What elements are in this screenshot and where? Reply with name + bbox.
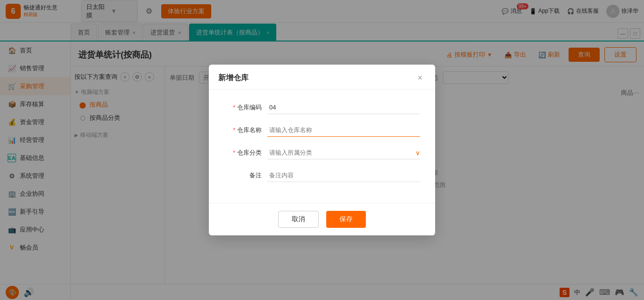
save-button[interactable]: 保存 [326,211,366,228]
cancel-button[interactable]: 取消 [278,211,319,228]
warehouse-category-label: 仓库分类 [224,149,262,157]
warehouse-category-arrow[interactable]: ∨ [415,149,420,157]
remark-input[interactable] [267,169,420,182]
modal-title: 新增仓库 [218,73,248,83]
warehouse-modal: 新增仓库 × 仓库编码 仓库名称 仓库分类 ∨ [209,65,435,235]
modal-body: 仓库编码 仓库名称 仓库分类 ∨ 备注 [209,90,435,203]
modal-overlay: 新增仓库 × 仓库编码 仓库名称 仓库分类 ∨ [0,0,644,300]
warehouse-category-wrapper: ∨ [267,146,420,159]
modal-footer: 取消 保存 [209,203,435,235]
remark-row: 备注 [224,169,420,182]
warehouse-name-row: 仓库名称 [224,124,420,137]
remark-label: 备注 [224,171,262,180]
warehouse-code-input[interactable] [267,101,420,114]
warehouse-code-row: 仓库编码 [224,101,420,114]
warehouse-category-input[interactable] [267,146,415,159]
warehouse-category-row: 仓库分类 ∨ [224,146,420,159]
warehouse-code-label: 仓库编码 [224,103,262,112]
warehouse-name-label: 仓库名称 [224,126,262,134]
warehouse-name-input[interactable] [267,124,420,137]
modal-close-button[interactable]: × [414,72,426,83]
modal-header: 新增仓库 × [209,65,435,90]
